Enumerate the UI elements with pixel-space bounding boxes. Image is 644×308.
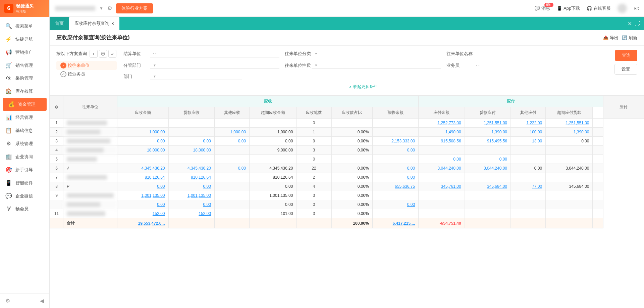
ap-overdue[interactable]: 1,251,551.00 (546, 119, 593, 128)
service-button[interactable]: 🎧 在线客服 (587, 5, 611, 11)
ar-amount[interactable]: 4,345,436.20 (117, 164, 169, 173)
trial-button[interactable]: 体验行业方案 (116, 3, 153, 13)
ar-loan[interactable]: 152.00 (168, 209, 214, 218)
setting-button[interactable]: 设置 (614, 64, 637, 75)
ar-other[interactable]: 0.00 (214, 164, 249, 173)
export-button[interactable]: 📤 导出 (603, 35, 619, 41)
ar-amount[interactable]: 18,000.00 (117, 146, 169, 155)
ar-loan[interactable]: 0.00 (168, 182, 214, 191)
ap-loan[interactable]: 345,684.00 (465, 182, 511, 191)
ar-prepaid[interactable]: 0.00 (372, 200, 418, 209)
tab-close-icon[interactable]: × (111, 21, 114, 26)
footer-ar-prepaid[interactable]: 6,417,215.... (372, 218, 418, 228)
ap-other[interactable]: 77.00 (511, 182, 546, 191)
ar-loan[interactable]: 810,126.64 (168, 173, 214, 182)
ar-prepaid (372, 119, 418, 128)
footer-ar-amount[interactable]: 19,553,472,6... (117, 218, 169, 228)
sidebar-item-operations[interactable]: 📊 经营管理 (0, 111, 49, 124)
ar-amount[interactable]: 1,000.00 (117, 128, 169, 137)
user-name[interactable]: Rit (634, 6, 639, 11)
ar-prepaid[interactable]: 2,153,333.00 (372, 137, 418, 146)
ar-amount[interactable]: 1,001,135.00 (117, 191, 169, 200)
ar-prepaid[interactable]: 0.00 (372, 164, 418, 173)
app-download-button[interactable]: 📱 App下载 (557, 5, 580, 11)
ar-amount[interactable]: 0.00 (117, 200, 169, 209)
dept-input[interactable]: ▼ (150, 62, 279, 69)
ar-loan[interactable]: 18,000.00 (168, 146, 214, 155)
tab-ar-ap[interactable]: 应收应付余额查询 × (69, 17, 119, 30)
sidebar-item-system[interactable]: ⚙ 系统管理 (0, 137, 49, 150)
maximize-window-icon[interactable]: ⛶ (635, 20, 640, 27)
sidebar-item-purchase[interactable]: 🛍 采购管理 (0, 72, 49, 85)
sidebar-item-quick[interactable]: ⚡ 快捷导航 (0, 33, 49, 46)
unit-name-input[interactable] (473, 52, 602, 55)
ar-amount[interactable]: 0.00 (117, 182, 169, 191)
query-button[interactable]: 查询 (615, 50, 637, 61)
edit-scheme-button[interactable] (99, 50, 107, 58)
ap-amount[interactable]: 1,490.00 (419, 128, 465, 137)
dropdown-arrow-icon[interactable]: ▼ (99, 6, 103, 11)
sidebar-item-hardware[interactable]: 📱 智能硬件 (0, 176, 49, 189)
ap-loan[interactable]: 1,390.00 (465, 128, 511, 137)
ar-loan[interactable]: 4,345,436.20 (168, 164, 214, 173)
sidebar-item-wechat[interactable]: 💬 企业微信 (0, 189, 49, 203)
settings-col-header[interactable]: ⚙ (50, 96, 63, 119)
collapse-icon[interactable]: ◀ (40, 298, 44, 304)
table-row: 4 18,000.00 18,000.00 9,000.00 3 0.00% 0… (50, 146, 644, 155)
ar-loan[interactable]: 0.00 (168, 200, 214, 209)
ap-other[interactable]: 1,222.00 (511, 119, 546, 128)
settings-gear-icon[interactable]: ⚙ (107, 5, 112, 11)
ar-amount[interactable]: 0.00 (117, 137, 169, 146)
table-area[interactable]: ⚙ 往来单位 应收 应付 应付 应收金额 贷款应收 其他应收 超期应收金额 应收… (50, 95, 644, 308)
settings-icon[interactable]: ⚙ (5, 298, 10, 304)
ap-amount[interactable]: 3,044,240.00 (419, 164, 465, 173)
sidebar-item-inventory[interactable]: 🏠 库存核算 (0, 85, 49, 98)
unit-nature-input[interactable]: ▼ (312, 62, 441, 69)
ar-amount[interactable]: 152.00 (117, 209, 169, 218)
ar-amount[interactable]: 810,126.64 (117, 173, 169, 182)
ap-other[interactable]: 13.00 (511, 137, 546, 146)
ap-amount[interactable]: 1,252,773.00 (419, 119, 465, 128)
sub-dept-input[interactable]: ▼ (150, 73, 242, 80)
tab-bar: 首页 应收应付余额查询 × ✕ ⛶ (50, 17, 644, 30)
ap-amount[interactable]: 345,761.00 (419, 182, 465, 191)
ap-loan[interactable]: 915,495.56 (465, 137, 511, 146)
settlement-unit-input[interactable]: ··· (150, 50, 279, 57)
ap-other[interactable]: 100.00 (511, 128, 546, 137)
sidebar-item-basic[interactable]: 📋 基础信息 (0, 124, 49, 137)
sidebar-item-member[interactable]: V 畅会员 (0, 203, 49, 215)
sidebar-item-guide[interactable]: 🎯 新手引导 (0, 163, 49, 176)
close-window-icon[interactable]: ✕ (628, 20, 632, 27)
collapse-scheme-button[interactable]: « (108, 50, 116, 58)
ap-loan[interactable]: 1,251,551.00 (465, 119, 511, 128)
ar-loan[interactable]: 0.00 (168, 137, 214, 146)
ap-overdue[interactable]: 1,390.00 (546, 128, 593, 137)
filter-option-company[interactable]: ✓ 按往来单位 (56, 61, 117, 70)
ap-loan[interactable]: 3,044,240.00 (465, 164, 511, 173)
filter-option-salesperson[interactable]: ⏱ 按业务员 (56, 70, 117, 79)
user-avatar[interactable] (618, 4, 627, 13)
ap-amount[interactable]: 0.00 (419, 155, 465, 164)
column-settings-icon[interactable]: ⚙ (55, 105, 58, 109)
ar-prepaid[interactable]: 0.00 (372, 173, 418, 182)
ar-prepaid[interactable]: 655,636.75 (372, 182, 418, 191)
ar-other[interactable]: 1,000.00 (214, 128, 249, 137)
collapse-more-button[interactable]: ∧ 收起更多条件 (349, 84, 377, 90)
ar-other[interactable]: 0.00 (214, 137, 249, 146)
refresh-button[interactable]: 🔄 刷新 (622, 35, 637, 41)
ap-amount[interactable]: 915,508.56 (419, 137, 465, 146)
ar-loan[interactable]: 1,001,135.00 (168, 191, 214, 200)
add-scheme-button[interactable]: + (90, 50, 98, 58)
unit-category-input[interactable]: ▼ (312, 50, 441, 57)
company-name (63, 128, 117, 137)
ar-prepaid[interactable]: 0.00 (372, 146, 418, 155)
sidebar-item-marketing[interactable]: 📢 营销推广 (0, 46, 49, 59)
salesperson-input[interactable]: ··· (473, 61, 602, 69)
ap-loan[interactable]: 0.00 (465, 155, 511, 164)
sidebar-item-search[interactable]: 🔍 搜索菜单 (0, 19, 49, 33)
sidebar-item-corp[interactable]: 🏢 企业协同 (0, 150, 49, 163)
sidebar-item-sales[interactable]: 🛒 销售管理 (0, 59, 49, 72)
tab-home[interactable]: 首页 (50, 17, 69, 30)
sidebar-item-finance[interactable]: 💰 资金管理 (3, 98, 47, 111)
message-button[interactable]: 💬 消息 99+ (535, 5, 550, 11)
